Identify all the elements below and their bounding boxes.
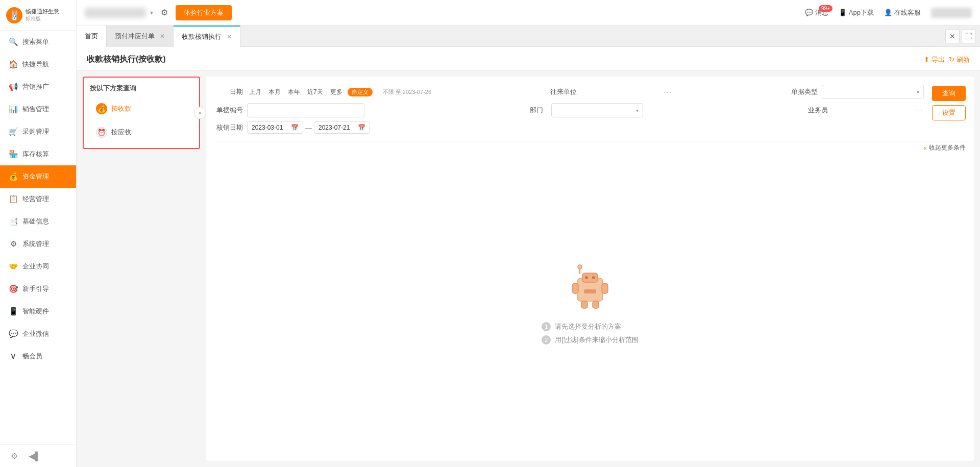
sidebar-item-inventory[interactable]: 🏪 库存核算: [0, 143, 76, 165]
sidebar-item-label: 库存核算: [22, 150, 49, 159]
custom-date-badge[interactable]: 自定义: [348, 88, 373, 96]
doctype-chevron-down-icon: ▾: [917, 89, 919, 95]
sidebar-nav: 🔍 搜索菜单 🏠 快捷导航 📢 营销推广 📊 销售管理 🛒 采购管理 🏪 库存核…: [0, 31, 76, 444]
sidebar-item-quick-nav[interactable]: 🏠 快捷导航: [0, 53, 76, 76]
staff-dots[interactable]: ···: [915, 106, 924, 114]
tip-num-2: 2: [542, 335, 551, 345]
qd-7days[interactable]: 近7天: [305, 87, 325, 97]
filter-collapse-button[interactable]: «: [194, 107, 206, 119]
sidebar-item-vip[interactable]: V 畅会员: [0, 345, 76, 367]
wechat-icon: 💬: [8, 329, 18, 339]
sidebar-item-basic[interactable]: 📑 基础信息: [0, 210, 76, 233]
tabbar: 首页 预付冲应付单 ✕ 收款核销执行 ✕ ✕ ⛶: [77, 26, 980, 47]
user-info[interactable]: [931, 8, 972, 18]
sidebar-item-finance[interactable]: 💰 资金管理: [0, 165, 76, 188]
verify-date-end-input[interactable]: 2023-07-21 📅: [314, 121, 370, 134]
page-header: 收款核销执行(按收款) ⬆ 导出 ↻ 刷新: [77, 47, 980, 70]
sidebar-item-label: 搜索菜单: [22, 37, 49, 46]
staff-group: 业务员 ···: [808, 106, 924, 115]
filter-receivable-icon: ⏰: [96, 127, 107, 138]
counterpart-label: 往来单位: [550, 87, 577, 96]
sidebar-item-purchase[interactable]: 🛒 采购管理: [0, 120, 76, 143]
tab-collection-close-icon[interactable]: ✕: [227, 33, 232, 40]
sidebar-item-enterprise[interactable]: 🤝 企业协同: [0, 255, 76, 278]
doctype-select[interactable]: ▾: [822, 85, 924, 99]
sidebar-item-system[interactable]: ⚙ 系统管理: [0, 233, 76, 255]
qd-more[interactable]: 更多: [328, 87, 345, 97]
counterpart-dots[interactable]: ···: [664, 88, 673, 96]
tab-prepay[interactable]: 预付冲应付单 ✕: [107, 26, 174, 47]
industry-button[interactable]: 体验行业方案: [176, 5, 232, 20]
app-label: App下载: [849, 8, 874, 17]
export-icon: ⬆: [924, 56, 929, 63]
app-download-button[interactable]: 📱 App下载: [839, 8, 874, 17]
date-separator: —: [305, 124, 312, 132]
logo-name: 畅捷通好生意: [26, 8, 59, 15]
svg-rect-5: [572, 283, 578, 293]
sidebar-item-search[interactable]: 🔍 搜索菜单: [0, 31, 76, 53]
sidebar-item-sales[interactable]: 📊 销售管理: [0, 98, 76, 120]
setting-button[interactable]: 设置: [932, 105, 966, 120]
dept-select[interactable]: ▾: [551, 103, 643, 117]
export-button[interactable]: ⬆ 导出: [924, 55, 945, 64]
filter-item-label: 按应收: [111, 128, 131, 137]
calendar-start-icon[interactable]: 📅: [291, 124, 299, 131]
date-group: 日期 上月 本月 本年 近7天 更多 自定义: [214, 87, 373, 97]
dept-group: 部门 ▾: [530, 103, 643, 117]
tab-collection[interactable]: 收款核销执行 ✕: [174, 26, 240, 47]
sidebar-item-label: 销售管理: [22, 105, 49, 114]
message-button[interactable]: 💬 消息 99+: [805, 8, 828, 17]
guide-icon: 🎯: [8, 284, 18, 294]
svg-rect-7: [581, 301, 587, 308]
sidebar-item-label: 基础信息: [22, 217, 49, 226]
filter-item-by-receivable[interactable]: ⏰ 按应收: [90, 122, 193, 142]
content-area: 收款核销执行(按收款) ⬆ 导出 ↻ 刷新 按以下方案查询 💰: [77, 47, 980, 467]
online-service-button[interactable]: 👤 在线客服: [884, 8, 921, 17]
search-icon: 🔍: [8, 37, 18, 47]
topbar-gear-icon[interactable]: ⚙: [157, 6, 172, 20]
query-button[interactable]: 查询: [932, 86, 966, 101]
svg-rect-4: [584, 289, 596, 293]
svg-rect-6: [602, 283, 608, 293]
sidebar-item-hardware[interactable]: 📱 智能硬件: [0, 300, 76, 323]
close-tab-icon[interactable]: ✕: [945, 29, 960, 43]
tab-home[interactable]: 首页: [77, 26, 107, 47]
sidebar-item-wechat[interactable]: 💬 企业微信: [0, 323, 76, 345]
tip-text-2: 用[过滤]条件来缩小分析范围: [555, 335, 638, 345]
sidebar-item-label: 企业微信: [22, 329, 49, 338]
filter-items: 💰 按收款 ⏰ 按应收: [90, 99, 193, 142]
calendar-end-icon[interactable]: 📅: [358, 124, 365, 131]
filter-item-by-collection[interactable]: 💰 按收款: [90, 99, 193, 118]
docno-input[interactable]: [247, 103, 364, 117]
filter-title: 按以下方案查询: [90, 84, 193, 93]
refresh-button[interactable]: ↻ 刷新: [949, 55, 970, 64]
collapse-more-button[interactable]: « 收起更多条件: [214, 141, 966, 154]
sales-icon: 📊: [8, 104, 18, 114]
sidebar-item-marketing[interactable]: 📢 营销推广: [0, 76, 76, 98]
settings-icon[interactable]: ⚙: [8, 450, 20, 462]
collapse-chevron-icon: «: [923, 144, 927, 152]
qd-last-month[interactable]: 上月: [247, 87, 263, 97]
verify-date-start-input[interactable]: 2023-03-01 📅: [247, 121, 303, 134]
svg-rect-8: [593, 301, 599, 308]
operation-icon: 📋: [8, 194, 18, 204]
qd-this-month[interactable]: 本月: [266, 87, 283, 97]
tip-text-1: 请先选择要分析的方案: [555, 322, 621, 331]
qd-this-year[interactable]: 本年: [286, 87, 302, 97]
sidebar-item-label: 新手引导: [22, 284, 49, 293]
expand-icon[interactable]: ⛶: [962, 29, 976, 43]
collapse-sidebar-icon[interactable]: ◀▌: [29, 450, 41, 462]
sidebar-item-guide[interactable]: 🎯 新手引导: [0, 278, 76, 300]
dept-chevron-down-icon: ▾: [636, 108, 639, 113]
refresh-icon: ↻: [949, 56, 954, 63]
doctype-label: 单据类型: [791, 87, 818, 96]
right-content: 日期 上月 本月 本年 近7天 更多 自定义: [206, 77, 974, 461]
search-form: 日期 上月 本月 本年 近7天 更多 自定义: [214, 85, 966, 154]
tab-prepay-close-icon[interactable]: ✕: [160, 33, 165, 40]
page-title: 收款核销执行(按收款): [87, 54, 166, 65]
quick-dates: 上月 本月 本年 近7天 更多 自定义: [247, 87, 373, 97]
chevron-down-icon[interactable]: ▾: [150, 9, 153, 16]
collapse-more-label: 收起更多条件: [929, 143, 966, 152]
sidebar-item-operation[interactable]: 📋 经营管理: [0, 188, 76, 210]
app-icon: 📱: [839, 9, 847, 16]
